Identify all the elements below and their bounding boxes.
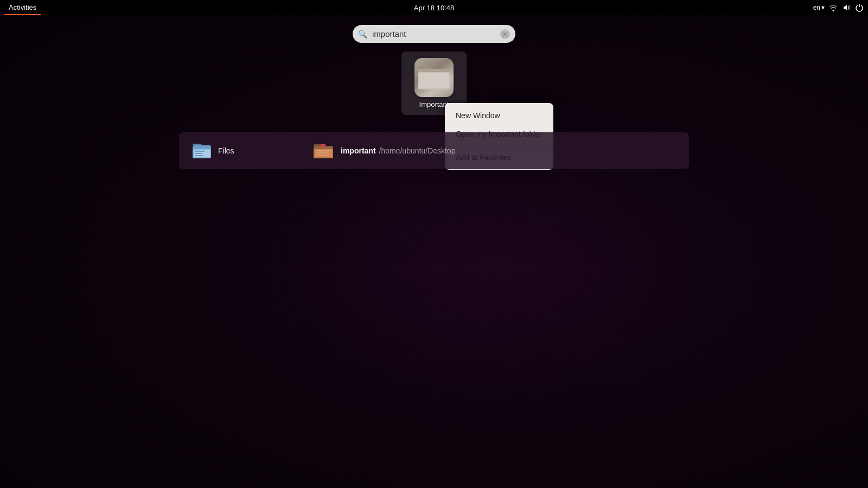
search-icon: 🔍 [358, 30, 367, 38]
context-menu-new-window[interactable]: New Window [445, 106, 553, 125]
svg-rect-32 [316, 152, 327, 153]
folder-icon-image [414, 58, 454, 97]
svg-rect-31 [316, 150, 331, 151]
results-section-files: Files [179, 132, 298, 169]
svg-rect-26 [195, 153, 202, 154]
search-clear-button[interactable]: ✕ [500, 29, 510, 39]
app-icon-area: Important New Window Open my Important f… [401, 52, 467, 115]
topbar-datetime: Apr 18 10:48 [414, 4, 454, 12]
result-item-important[interactable]: important /home/ubuntu/Desktop [298, 132, 689, 169]
system-icon[interactable] [855, 3, 864, 12]
result-item-path: /home/ubuntu/Desktop [379, 146, 456, 155]
search-container: 🔍 ✕ [353, 25, 515, 43]
volume-icon[interactable] [842, 3, 851, 12]
svg-rect-34 [321, 144, 326, 147]
search-input[interactable] [353, 25, 515, 43]
language-label: en [813, 4, 820, 11]
language-indicator[interactable]: en ▾ [813, 4, 825, 11]
activities-button[interactable]: Activities [4, 0, 41, 15]
result-folder-svg [314, 141, 333, 160]
svg-rect-33 [316, 155, 329, 156]
folder-svg [418, 63, 450, 92]
results-panel: Files important /home/ubuntu/Desktop [179, 132, 689, 169]
result-item-name: important [341, 146, 376, 155]
language-dropdown-icon: ▾ [821, 4, 825, 11]
section-label-files: Files [218, 146, 234, 155]
search-wrapper: 🔍 ✕ [353, 25, 515, 43]
topbar-right-tray: en ▾ [813, 3, 864, 12]
svg-rect-25 [195, 151, 205, 152]
nautilus-icon [192, 141, 212, 160]
svg-rect-27 [195, 155, 203, 156]
nautilus-svg [192, 141, 212, 160]
wifi-icon[interactable] [829, 3, 838, 12]
result-folder-icon [314, 141, 333, 160]
topbar: Activities Apr 18 10:48 en ▾ [0, 0, 868, 15]
svg-rect-21 [419, 73, 449, 88]
